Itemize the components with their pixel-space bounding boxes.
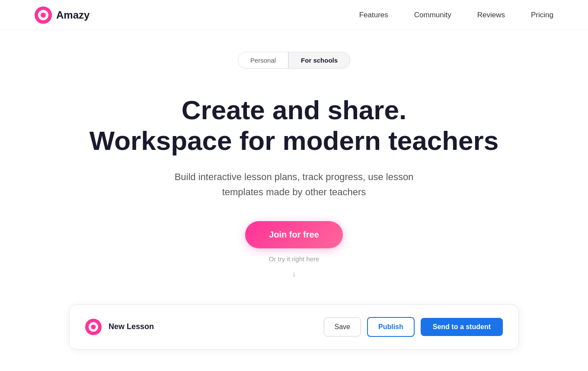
hero-title-line2: Workspace for modern teachers xyxy=(89,126,499,155)
send-to-student-button[interactable]: Send to a student xyxy=(421,318,503,336)
toggle-tabs: Personal For schools xyxy=(0,52,588,69)
nav-links: Features Community Reviews Pricing xyxy=(359,11,553,19)
lesson-card: New Lesson Save Publish Send to a studen… xyxy=(69,304,519,349)
nav-pricing[interactable]: Pricing xyxy=(531,11,553,19)
hero-title: Create and share. Workspace for modern t… xyxy=(35,95,553,156)
navbar: Amazy Features Community Reviews Pricing xyxy=(0,0,588,30)
lesson-logo-icon xyxy=(85,319,102,335)
svg-point-3 xyxy=(42,10,45,13)
svg-point-7 xyxy=(92,322,95,324)
tab-for-schools[interactable]: For schools xyxy=(288,52,350,69)
tab-personal[interactable]: Personal xyxy=(238,52,288,69)
arrow-down-icon: ↓ xyxy=(292,270,296,279)
nav-community[interactable]: Community xyxy=(414,11,451,19)
hero-subtitle: Build interactive lesson plans, track pr… xyxy=(160,169,428,200)
svg-point-6 xyxy=(91,324,96,329)
lesson-title: New Lesson xyxy=(109,322,154,331)
hero-section: Create and share. Workspace for modern t… xyxy=(0,69,588,296)
logo-icon xyxy=(35,6,52,24)
logo-link[interactable]: Amazy xyxy=(35,6,89,24)
nav-features[interactable]: Features xyxy=(359,11,388,19)
try-here-text: Or try it right here xyxy=(269,255,320,263)
lesson-card-left: New Lesson xyxy=(85,319,154,335)
cta-area: Join for free Or try it right here ↓ xyxy=(35,221,553,279)
lesson-card-right: Save Publish Send to a student xyxy=(324,317,503,337)
publish-button[interactable]: Publish xyxy=(367,317,415,337)
nav-reviews[interactable]: Reviews xyxy=(477,11,505,19)
brand-name: Amazy xyxy=(56,9,89,21)
hero-title-line1: Create and share. xyxy=(182,95,406,125)
join-free-button[interactable]: Join for free xyxy=(245,221,343,248)
svg-point-2 xyxy=(41,13,46,18)
save-button[interactable]: Save xyxy=(324,317,361,336)
